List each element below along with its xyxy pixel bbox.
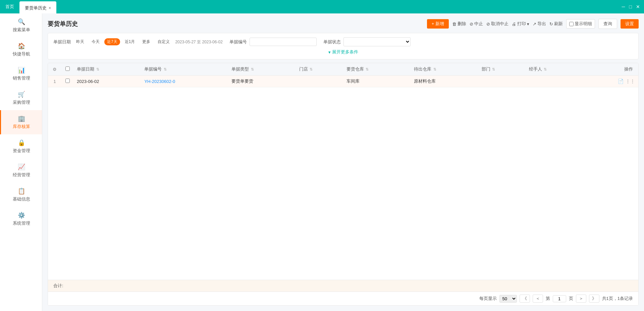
col-doc-no[interactable]: 单据编号 ⇅ [141,63,228,76]
col-pending-warehouse[interactable]: 待出仓库 ⇅ [411,63,478,76]
date-btn-more[interactable]: 更多 [140,38,153,45]
col-doc-date[interactable]: 单据日期 ⇅ [73,63,141,76]
row-department [478,76,526,87]
doc-no-label: 单据编号 [229,39,247,45]
tab-home[interactable]: 首页 [0,0,19,13]
expand-more-button[interactable]: ▾ 展开更多条件 [53,49,633,55]
print-button[interactable]: 🖨 打印 ▾ [512,21,529,27]
date-filter-group: 单据日期 昨天 今天 近7天 近1月 更多 自定义 2023-05-27 至 2… [53,38,223,45]
gear-column-header[interactable]: ⚙ [48,63,61,76]
next-page-button[interactable]: ＞ [576,295,586,303]
prev-page-button[interactable]: ＜ [533,295,543,303]
export-button[interactable]: ↗ 导出 [533,21,546,27]
sidebar-item-sales[interactable]: 📊 销售管理 [0,62,42,86]
inventory-icon: 🏢 [18,115,25,122]
date-btn-1month[interactable]: 近1月 [122,38,138,45]
row-doc-no[interactable]: YH-20230602-0 [141,76,228,87]
row-more-icon[interactable]: ⋮⋮ [626,79,635,84]
page-number-input[interactable] [553,295,566,302]
main-layout: 🔍 搜索菜单 🏠 快捷导航 📊 销售管理 🛒 采购管理 🏢 库存核算 🔒 资金管… [0,13,644,311]
delete-icon: 🗑 [452,21,457,27]
date-filter-label: 单据日期 [53,39,71,45]
display-cell-checkbox[interactable] [569,22,574,26]
settings-button[interactable]: 设置 [621,19,639,29]
sidebar-item-basic-info[interactable]: 📋 基础信息 [0,183,42,207]
sidebar-item-inventory[interactable]: 🏢 库存核算 [0,110,42,134]
date-btn-custom[interactable]: 自定义 [155,38,172,45]
select-all-checkbox[interactable] [65,66,70,71]
window-minimize-icon[interactable]: ─ [622,4,625,9]
sidebar-item-operations[interactable]: 📈 经营管理 [0,159,42,183]
doc-no-filter-group: 单据编号 [229,38,317,46]
date-btn-yesterday[interactable]: 昨天 [73,38,87,45]
col-doc-type[interactable]: 单据类型 ⇅ [228,63,296,76]
col-store[interactable]: 门店 ⇅ [296,63,343,76]
refresh-button[interactable]: ↻ 刷新 [549,21,563,27]
tab-requisition-history[interactable]: 要货单历史 × [19,1,56,15]
date-range-display: 2023-05-27 至 2023-06-02 [175,39,222,45]
col-department[interactable]: 部门 ⇅ [478,63,526,76]
page-title: 要货单历史 [48,20,78,28]
sort-department-icon: ⇅ [492,67,495,71]
new-button[interactable]: + 新增 [427,19,449,29]
sidebar-item-quick-nav[interactable]: 🏠 快捷导航 [0,38,42,62]
suspend-button[interactable]: ⊘ 中止 [470,21,483,27]
date-btn-today[interactable]: 今天 [89,38,102,45]
basic-info-icon: 📋 [18,187,25,195]
page-header: 要货单历史 + 新增 🗑 删除 ⊘ 中止 ⊘ 取消中止 🖨 打印 [48,19,639,29]
sidebar-item-finance[interactable]: 🔒 资金管理 [0,134,42,159]
per-page-select[interactable]: 50 10 20 100 [499,295,517,303]
export-icon: ↗ [533,21,536,27]
query-button[interactable]: 查询 [598,19,617,29]
cancel-suspend-icon: ⊘ [486,21,490,27]
home-icon: 🏠 [18,42,25,50]
first-page-button[interactable]: 《 [520,295,530,303]
doc-no-input[interactable] [250,38,317,46]
sort-handler-icon: ⇅ [544,67,547,71]
finance-icon: 🔒 [18,139,25,146]
sidebar: 🔍 搜索菜单 🏠 快捷导航 📊 销售管理 🛒 采购管理 🏢 库存核算 🔒 资金管… [0,13,42,311]
row-checkbox[interactable] [65,79,70,83]
tab-bar: 首页 要货单历史 × [0,0,618,13]
table-row: 1 2023-06-02 YH-20230602-0 要货单要货 车间库 [48,76,638,87]
status-label: 单据状态 [323,39,341,45]
row-pending-warehouse: 原材料仓库 [411,76,478,87]
window-restore-icon[interactable]: □ [629,4,632,9]
doc-no-link[interactable]: YH-20230602-0 [144,79,175,84]
per-page-label: 每页显示 [479,296,497,302]
row-req-warehouse: 车间库 [343,76,411,87]
tab-close-icon[interactable]: × [49,6,51,10]
row-checkbox-cell [61,76,73,87]
table-footer: 合计: [48,280,638,292]
row-index: 1 [48,76,61,87]
display-cell-button[interactable]: 显示明细 [566,19,595,29]
row-actions-cell: 📄 ⋮⋮ [583,76,638,87]
filter-section: 单据日期 昨天 今天 近7天 近1月 更多 自定义 2023-05-27 至 2… [48,33,639,59]
last-page-button[interactable]: 》 [589,295,599,303]
sidebar-item-purchase[interactable]: 🛒 采购管理 [0,86,42,110]
checkbox-column-header [61,63,73,76]
row-edit-icon[interactable]: 📄 [618,79,624,84]
total-info: 共1页，1条记录 [602,296,633,302]
status-select[interactable] [343,37,411,46]
sort-req-warehouse-icon: ⇅ [366,67,369,71]
row-store [296,76,343,87]
delete-button[interactable]: 🗑 删除 [452,21,466,27]
sort-doc-no-icon: ⇅ [164,67,167,71]
print-dropdown-icon: ▾ [527,21,529,27]
sidebar-item-search-menu[interactable]: 🔍 搜索菜单 [0,13,42,38]
page-suffix: 页 [569,296,573,302]
col-req-warehouse[interactable]: 要货仓库 ⇅ [343,63,411,76]
search-menu-icon: 🔍 [18,18,25,26]
sort-doc-date-icon: ⇅ [96,67,99,71]
sidebar-item-system[interactable]: ⚙️ 系统管理 [0,207,42,231]
window-close-icon[interactable]: ✕ [636,4,640,9]
date-btn-7days[interactable]: 近7天 [104,38,120,45]
page-label: 第 [546,296,550,302]
cancel-suspend-button[interactable]: ⊘ 取消中止 [486,21,508,27]
content-area: 要货单历史 + 新增 🗑 删除 ⊘ 中止 ⊘ 取消中止 🖨 打印 [42,13,644,311]
col-handler[interactable]: 经手人 ⇅ [526,63,583,76]
sort-store-icon: ⇅ [310,67,313,71]
suspend-icon: ⊘ [470,21,473,27]
row-doc-date: 2023-06-02 [73,76,141,87]
